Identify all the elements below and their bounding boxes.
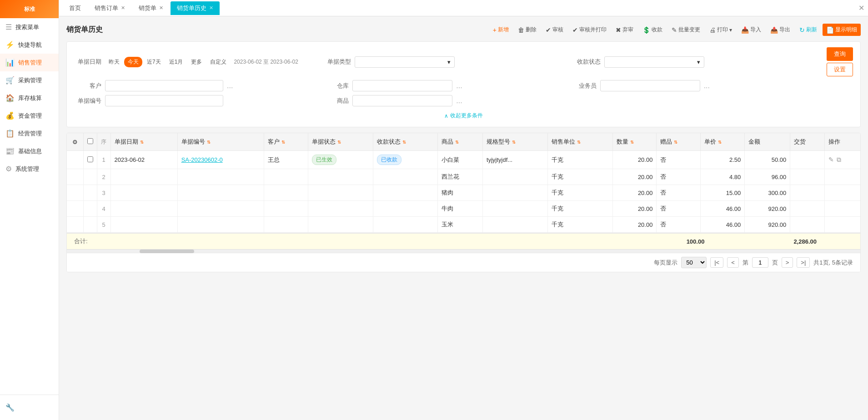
cell-checkbox[interactable] (83, 201, 97, 217)
th-gift[interactable]: 赠品 ⇅ (657, 133, 701, 151)
sidebar-bottom-item1[interactable]: 🔧 (0, 399, 59, 416)
sidebar-item-quick-nav[interactable]: ⚡ 快捷导航 (0, 36, 59, 54)
th-settings[interactable]: ⚙ (67, 133, 83, 151)
select-all-checkbox[interactable] (87, 138, 93, 144)
summary-total-qty: 100.00 (687, 238, 705, 245)
cell-price: 4.80 (701, 169, 745, 185)
import-button[interactable]: 📥 导入 (738, 24, 765, 36)
cell-customer (264, 169, 308, 185)
doc-num-input[interactable] (105, 95, 223, 106)
collapse-filter-btn[interactable]: ∧ 收起更多条件 (74, 110, 853, 121)
first-page-btn[interactable]: |< (710, 257, 723, 268)
th-price[interactable]: 单价 ⇅ (701, 133, 745, 151)
batch-change-button[interactable]: ✎ 批量变更 (668, 24, 704, 36)
data-table-container: ⚙ 序 单据日期 ⇅ (66, 133, 861, 272)
copy-icon[interactable]: ⧉ (837, 156, 841, 164)
row-checkbox[interactable] (87, 156, 93, 162)
salesperson-input[interactable] (600, 80, 700, 91)
cell-checkbox[interactable] (83, 185, 97, 201)
prev-page-btn[interactable]: < (727, 257, 739, 268)
doc-type-dropdown-icon: ▾ (447, 59, 451, 65)
sidebar-item-system-mgmt[interactable]: ⚙ 系统管理 (0, 160, 59, 178)
scrollbar-thumb[interactable] (140, 250, 194, 253)
collect-icon: 💲 (642, 26, 650, 34)
cell-qty: 20.00 (612, 217, 657, 233)
th-doc-status[interactable]: 单据状态 ⇅ (308, 133, 373, 151)
tab-sales-order-close[interactable]: ✕ (121, 5, 125, 11)
sidebar-item-search-menu[interactable]: ☰ 搜索菜单 (0, 18, 59, 36)
date-label: 单据日期 (74, 58, 101, 66)
sidebar-item-sales-mgmt[interactable]: 📊 销售管理 (0, 54, 59, 71)
sidebar-item-ops-mgmt[interactable]: 📋 经营管理 (0, 125, 59, 142)
print-button[interactable]: 🖨 打印 ▾ (706, 24, 736, 36)
goods-input[interactable] (352, 95, 452, 106)
table-row: 2 西兰花 千克 20.00 否 4.80 96.00 (67, 169, 860, 185)
audit-button[interactable]: ✔ 审核 (542, 24, 567, 36)
cell-checkbox[interactable] (83, 217, 97, 233)
page-number-input[interactable] (752, 257, 768, 268)
sidebar-item-inventory-calc[interactable]: 🏠 库存核算 (0, 89, 59, 107)
date-yesterday-btn[interactable]: 昨天 (105, 57, 123, 67)
doc-num-link[interactable]: SA-20230602-0 (181, 156, 223, 163)
warehouse-input[interactable] (352, 80, 452, 91)
cell-doc-num[interactable]: SA-20230602-0 (177, 151, 264, 169)
collect-button[interactable]: 💲 收款 (639, 24, 666, 36)
per-page-select[interactable]: 50 100 200 (681, 257, 707, 268)
pay-status-select[interactable]: ▾ (604, 56, 704, 68)
date-1month-btn[interactable]: 近1月 (166, 57, 187, 67)
tab-sales-history[interactable]: 销货单历史 ✕ (171, 1, 220, 15)
delete-button[interactable]: 🗑 删除 (514, 24, 540, 36)
date-custom-btn[interactable]: 自定义 (206, 57, 230, 67)
cell-amount: 50.00 (745, 151, 790, 169)
show-detail-button[interactable]: 📄 显示明细 (823, 24, 861, 36)
edit-icon[interactable]: ✎ (828, 156, 834, 164)
th-goods[interactable]: 商品 ⇅ (438, 133, 483, 151)
batch-change-icon: ✎ (672, 26, 677, 34)
tab-sales-goods-close[interactable]: ✕ (159, 5, 163, 11)
tab-home[interactable]: 首页 (63, 1, 87, 15)
doc-type-select[interactable]: ▾ (355, 56, 455, 68)
th-checkbox[interactable] (83, 133, 97, 151)
sidebar-item-basic-info[interactable]: 📰 基础信息 (0, 142, 59, 160)
th-action: 操作 (825, 133, 860, 151)
add-button[interactable]: + 新增 (489, 24, 512, 36)
cell-pay-status (373, 201, 438, 217)
goods-dots[interactable]: ... (456, 97, 462, 105)
customer-input[interactable] (105, 80, 223, 91)
date-more-btn[interactable]: 更多 (187, 57, 206, 67)
sidebar-item-purchase-mgmt[interactable]: 🛒 采购管理 (0, 71, 59, 89)
audit-print-button[interactable]: ✔ 审核并打印 (569, 24, 610, 36)
sidebar-item-finance-mgmt[interactable]: 💰 资金管理 (0, 107, 59, 125)
th-qty[interactable]: 数量 ⇅ (612, 133, 657, 151)
cell-goods: 牛肉 (438, 201, 483, 217)
tab-bar-close-all[interactable]: ✕ (858, 4, 864, 12)
date-7days-btn[interactable]: 近7天 (143, 57, 165, 67)
tab-sales-goods[interactable]: 销货单 ✕ (132, 1, 170, 15)
settings-icon[interactable]: ⚙ (72, 139, 78, 145)
cell-checkbox[interactable] (83, 169, 97, 185)
th-customer[interactable]: 客户 ⇅ (264, 133, 308, 151)
th-doc-num[interactable]: 单据编号 ⇅ (177, 133, 264, 151)
date-today-btn[interactable]: 今天 (124, 57, 142, 67)
th-unit[interactable]: 销售单位 ⇅ (547, 133, 612, 151)
th-pay-status[interactable]: 收款状态 ⇅ (373, 133, 438, 151)
next-page-btn[interactable]: > (782, 257, 793, 268)
refresh-button[interactable]: ↻ 刷新 (796, 24, 821, 36)
abandon-button[interactable]: ✖ 弃审 (612, 24, 637, 36)
cell-gift: 否 (657, 217, 701, 233)
horizontal-scrollbar[interactable] (67, 249, 860, 253)
setting-button[interactable]: 设置 (827, 63, 853, 76)
th-doc-date[interactable]: 单据日期 ⇅ (110, 133, 177, 151)
query-button[interactable]: 查询 (827, 47, 853, 61)
warehouse-dots[interactable]: ... (456, 82, 462, 90)
tab-sales-history-close[interactable]: ✕ (209, 5, 213, 11)
tab-bar: 首页 销售订单 ✕ 销货单 ✕ 销货单历史 ✕ ✕ (59, 0, 868, 16)
tab-sales-order[interactable]: 销售订单 ✕ (88, 1, 131, 15)
cell-checkbox[interactable] (83, 151, 97, 169)
last-page-btn[interactable]: >| (797, 257, 810, 268)
sidebar-bottom: 🔧 (0, 395, 59, 420)
customer-dots[interactable]: ... (227, 82, 233, 90)
salesperson-dots[interactable]: ... (704, 82, 710, 90)
th-spec[interactable]: 规格型号 ⇅ (483, 133, 548, 151)
export-button[interactable]: 📤 导出 (767, 24, 794, 36)
